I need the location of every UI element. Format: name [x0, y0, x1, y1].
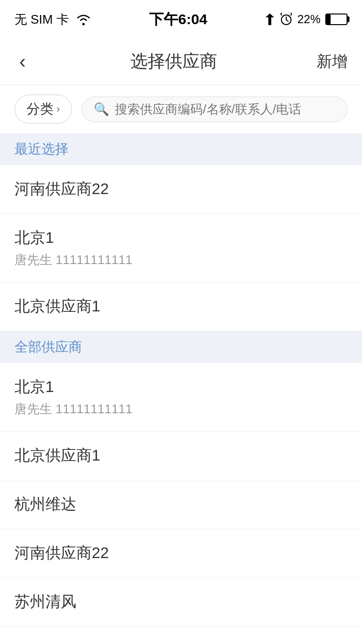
wifi-icon [75, 13, 92, 26]
list-item[interactable]: 苏州清风 [0, 578, 362, 627]
battery-percent: 22% [297, 13, 320, 26]
location-icon [265, 13, 275, 26]
list-item[interactable]: 杭州维达 [0, 480, 362, 529]
item-name: 北京供应商1 [14, 445, 348, 466]
recent-section-label: 最近选择 [14, 141, 69, 156]
status-bar: 无 SIM 卡 下午6:04 22% [0, 0, 362, 39]
recent-section-header: 最近选择 [0, 133, 362, 165]
battery-icon [325, 14, 348, 25]
list-item[interactable]: 北京1唐先生 11111111111 [0, 363, 362, 432]
no-sim-text: 无 SIM 卡 [14, 11, 69, 28]
new-button[interactable]: 新增 [317, 51, 348, 72]
item-name: 北京1 [14, 227, 348, 249]
search-input[interactable] [115, 102, 335, 117]
item-sub: 唐先生 11111111111 [14, 252, 348, 268]
item-name: 杭州维达 [14, 494, 348, 515]
list-item[interactable]: 北京供应商1 [0, 282, 362, 331]
item-sub: 唐先生 11111111111 [14, 401, 348, 418]
page-title: 选择供应商 [130, 50, 217, 73]
item-name: 河南供应商22 [14, 543, 348, 564]
category-label: 分类 [27, 100, 54, 118]
chevron-right-icon: › [56, 103, 60, 115]
svg-line-3 [286, 20, 288, 21]
list-item[interactable]: 河南供应商22 [0, 529, 362, 578]
status-time: 下午6:04 [149, 10, 207, 29]
list-item[interactable]: 北京1唐先生 11111111111 [0, 214, 362, 282]
search-icon: 🔍 [94, 102, 109, 117]
item-name: 苏州清风 [14, 591, 348, 613]
list-item[interactable]: 北京供应商1 [0, 432, 362, 480]
alarm-icon [280, 13, 292, 26]
all-section-header: 全部供应商 [0, 331, 362, 363]
recent-items-list: 河南供应商22北京1唐先生 11111111111北京供应商1 [0, 165, 362, 331]
svg-point-0 [82, 23, 84, 26]
status-left: 无 SIM 卡 [14, 11, 92, 28]
all-items-list: 北京1唐先生 11111111111北京供应商1杭州维达河南供应商22苏州清风 [0, 363, 362, 627]
nav-bar: ‹ 选择供应商 新增 [0, 39, 362, 85]
item-name: 北京1 [14, 377, 348, 398]
back-button[interactable]: ‹ [14, 46, 30, 77]
filter-bar: 分类 › 🔍 [0, 85, 362, 133]
list-item[interactable]: 河南供应商22 [0, 165, 362, 214]
item-name: 北京供应商1 [14, 296, 348, 317]
all-section-label: 全部供应商 [14, 339, 82, 354]
search-box[interactable]: 🔍 [82, 97, 348, 122]
status-right: 22% [265, 13, 348, 26]
category-button[interactable]: 分类 › [14, 95, 72, 124]
item-name: 河南供应商22 [14, 179, 348, 200]
